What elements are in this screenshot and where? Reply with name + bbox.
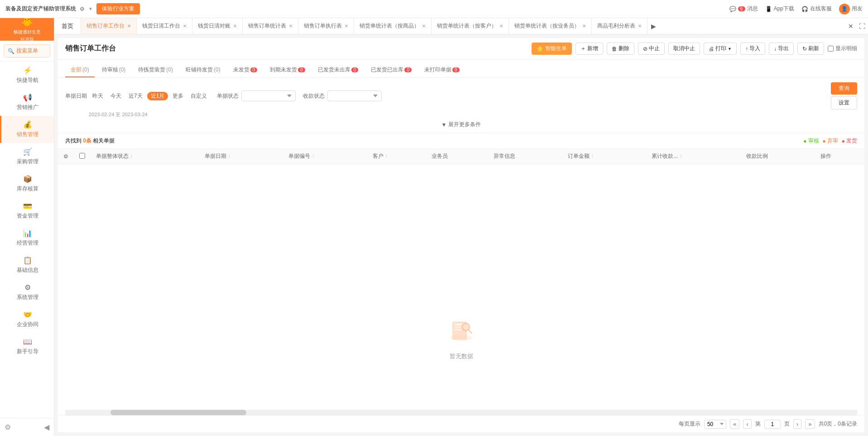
- sub-tab-pending-review[interactable]: 待审核(0): [96, 63, 131, 77]
- col-status[interactable]: 单据整体状态 ↕: [91, 149, 199, 164]
- inventory-label: 库存核算: [17, 185, 38, 193]
- app-download-button[interactable]: 📱 App下载: [765, 5, 794, 13]
- status-select[interactable]: [241, 90, 296, 101]
- date-opt-more[interactable]: 更多: [170, 91, 186, 101]
- scroll-thumb[interactable]: [110, 410, 246, 415]
- sub-tab-not-shipped[interactable]: 未发货0: [228, 63, 263, 77]
- col-amount[interactable]: 订单金额 ↕: [562, 149, 646, 164]
- cancel-suspend-button[interactable]: 取消中止: [668, 43, 700, 55]
- page-size-select[interactable]: 50 10 20 100: [704, 420, 726, 429]
- sidebar-item-operations[interactable]: 📊 经营管理: [0, 224, 54, 251]
- import-button[interactable]: ↑ 导入: [740, 43, 765, 55]
- message-button[interactable]: 💬 6 消息: [729, 5, 758, 13]
- smart-create-button[interactable]: ⭐ 智能生单: [532, 43, 572, 55]
- first-page-button[interactable]: «: [730, 419, 739, 429]
- sidebar-item-inventory[interactable]: 📦 库存核算: [0, 170, 54, 197]
- tab-sales-summary-staff-close[interactable]: ✕: [582, 24, 586, 28]
- sidebar-item-basic-info[interactable]: 📋 基础信息: [0, 251, 54, 279]
- tab-sales-exec-close[interactable]: ✕: [345, 24, 348, 28]
- col-operation-label: 操作: [820, 153, 831, 159]
- tab-sales-workbench-close[interactable]: ✕: [127, 24, 131, 28]
- prev-page-button[interactable]: ‹: [743, 419, 751, 429]
- last-page-button[interactable]: »: [805, 419, 815, 429]
- tab-maximize-button[interactable]: ⛶: [856, 18, 868, 34]
- sidebar-item-finance[interactable]: 💳 资金管理: [0, 197, 54, 224]
- col-date[interactable]: 单据日期 ↕: [199, 149, 283, 164]
- date-opt-today[interactable]: 今天: [108, 91, 124, 101]
- date-opt-1month[interactable]: 近1月: [147, 92, 168, 100]
- delete-button[interactable]: 🗑 删除: [607, 43, 634, 55]
- show-detail-checkbox[interactable]: 显示明细: [828, 45, 857, 52]
- online-support-button[interactable]: 🎧 在线客服: [801, 5, 832, 13]
- sub-tab-all[interactable]: 全部(0): [65, 63, 95, 77]
- sidebar-settings-button[interactable]: ⚙: [5, 423, 11, 431]
- sub-tab-wangpu-pending[interactable]: 旺铺待发货(0): [180, 63, 226, 77]
- tab-sales-summary-staff[interactable]: 销货单统计表（按业务员） ✕: [509, 18, 592, 34]
- sub-tab-overdue-not-shipped[interactable]: 到期未发货0: [264, 63, 311, 77]
- industry-solution-button[interactable]: 体验行业方案: [96, 3, 140, 14]
- tab-sales-workbench[interactable]: 销售订单工作台 ✕: [81, 18, 137, 34]
- col-settings[interactable]: ⚙: [58, 149, 74, 164]
- page-number-input[interactable]: [764, 420, 781, 429]
- tab-cash-daily[interactable]: 钱货日清工作台 ✕: [137, 18, 192, 34]
- tab-sales-summary-customer[interactable]: 销货单统计表（按客户） ✕: [432, 18, 509, 34]
- table-head: ⚙ 单据整体状态 ↕: [58, 149, 864, 164]
- sidebar-item-system[interactable]: ⚙ 系统管理: [0, 279, 54, 306]
- column-settings-icon[interactable]: ⚙: [63, 153, 68, 160]
- date-opt-7days[interactable]: 近7天: [126, 91, 145, 101]
- ship-toolbar-button[interactable]: ● 发货: [842, 137, 857, 145]
- sub-tab-shipped-not-out[interactable]: 已发货未出库0: [312, 63, 364, 77]
- not-printed-count: 0: [452, 67, 460, 72]
- review-toolbar-button[interactable]: ● 审核: [803, 137, 819, 145]
- date-opt-yesterday[interactable]: 昨天: [90, 91, 106, 101]
- sub-tab-pending-inspect[interactable]: 待拣货装货(0): [133, 63, 178, 77]
- sidebar-item-purchase[interactable]: 🛒 采购管理: [0, 143, 54, 170]
- sidebar-item-marketing[interactable]: 📢 营销推广: [0, 89, 54, 116]
- tab-more-button[interactable]: ▶: [647, 23, 660, 30]
- tab-sales-summary-product-close[interactable]: ✕: [422, 24, 426, 28]
- tab-home[interactable]: 首页: [54, 18, 81, 34]
- sidebar-collapse-button[interactable]: ◀: [44, 423, 49, 431]
- search-menu-button[interactable]: 🔍 搜索菜单: [4, 44, 50, 57]
- sidebar-item-quick-nav[interactable]: ⚡ 快捷导航: [0, 62, 54, 89]
- user-menu-button[interactable]: 👤 用友: [839, 4, 863, 14]
- filter-area: 单据日期 昨天 今天 近7天 近1月 更多 自定义: [58, 78, 864, 133]
- tab-cash-reconcile[interactable]: 钱货日清对账 ✕: [192, 18, 243, 34]
- date-opt-custom[interactable]: 自定义: [188, 91, 210, 101]
- tab-sales-exec[interactable]: 销售订单执行表 ✕: [298, 18, 354, 34]
- filter-setting-button[interactable]: 设置: [831, 96, 857, 109]
- col-number[interactable]: 单据编号 ↕: [283, 149, 367, 164]
- col-check[interactable]: [74, 149, 91, 164]
- tab-close-all-button[interactable]: ✕: [845, 18, 856, 34]
- col-collected[interactable]: 累计收款... ↕: [646, 149, 740, 164]
- select-all-checkbox[interactable]: [79, 153, 85, 159]
- sidebar-item-enterprise[interactable]: 🤝 企业协同: [0, 306, 54, 333]
- sub-tab-not-printed[interactable]: 未打印单据0: [419, 63, 465, 77]
- next-page-button[interactable]: ›: [793, 419, 801, 429]
- expand-filter-button[interactable]: ▼ 展开更多条件: [441, 121, 481, 128]
- show-detail-input[interactable]: [828, 46, 834, 52]
- print-button[interactable]: 🖨 打印 ▼: [704, 43, 737, 55]
- tab-sales-summary-product[interactable]: 销货单统计表（按商品） ✕: [354, 18, 432, 34]
- tab-cash-daily-close[interactable]: ✕: [183, 24, 187, 28]
- tab-gross-profit[interactable]: 商品毛利分析表 ✕: [592, 18, 647, 34]
- suspend-button[interactable]: ⊘ 中止: [638, 43, 665, 55]
- query-button[interactable]: 查询: [831, 82, 857, 95]
- header-settings-icon[interactable]: ⚙: [80, 6, 85, 12]
- export-button[interactable]: ↓ 导出: [769, 43, 794, 55]
- col-customer[interactable]: 客户 ↕: [367, 149, 427, 164]
- tab-sales-stats[interactable]: 销售订单统计表 ✕: [243, 18, 298, 34]
- payment-select[interactable]: [327, 90, 382, 101]
- add-button[interactable]: ＋ 新增: [575, 43, 603, 55]
- sidebar-item-guide[interactable]: 📖 新手引导: [0, 333, 54, 360]
- inventory-icon: 📦: [23, 175, 32, 183]
- sidebar-item-sales[interactable]: 💰 销售管理: [0, 116, 54, 143]
- tab-cash-reconcile-close[interactable]: ✕: [233, 24, 237, 28]
- cancel-review-toolbar-button[interactable]: ● 弃审: [823, 137, 838, 145]
- sub-tab-shipped-out[interactable]: 已发货已出库0: [365, 63, 417, 77]
- refresh-button[interactable]: ↻ 刷新: [797, 43, 824, 55]
- tab-sales-stats-close[interactable]: ✕: [289, 24, 293, 28]
- tab-gross-profit-close[interactable]: ✕: [638, 24, 642, 28]
- horizontal-scrollbar[interactable]: [65, 410, 857, 415]
- tab-sales-summary-customer-close[interactable]: ✕: [499, 24, 503, 28]
